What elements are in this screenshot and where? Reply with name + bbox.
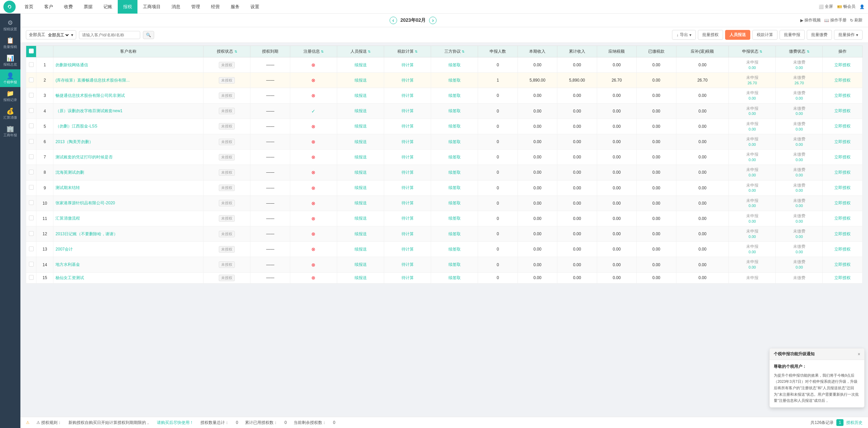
- prev-month-btn[interactable]: ‹: [390, 17, 397, 24]
- tax-calc-link[interactable]: 待计算: [402, 275, 414, 280]
- row-action[interactable]: 立即授权: [823, 57, 863, 73]
- third-party-link[interactable]: 续签取: [448, 124, 461, 129]
- row-third-party[interactable]: 续签取: [431, 57, 478, 73]
- tax-calc-link[interactable]: 待计算: [402, 185, 414, 190]
- sidebar-item-tax-records[interactable]: 📁 报税记录: [0, 87, 20, 105]
- th-auth-to[interactable]: 授权到期: [250, 46, 290, 57]
- row-client-name[interactable]: 2013（陶美芳勿删）: [53, 134, 203, 149]
- row-action[interactable]: 立即授权: [823, 257, 863, 272]
- sidebar-item-tax-overview[interactable]: 📊 报税总览: [0, 52, 20, 69]
- tax-calc-link[interactable]: 待计算: [402, 262, 414, 267]
- th-fee-status[interactable]: 缴费状态 ⇅: [776, 46, 823, 57]
- row-client-name[interactable]: 地方水利基金: [53, 257, 203, 272]
- row-client-name[interactable]: 测试期末结转: [53, 180, 203, 195]
- personnel-report-link[interactable]: 续报送: [355, 63, 367, 67]
- row-tax-calc[interactable]: 待计算: [384, 73, 431, 88]
- row-personnel-report[interactable]: 续报送: [337, 226, 384, 242]
- immediate-auth-btn[interactable]: 立即授权: [834, 247, 851, 252]
- row-checkbox[interactable]: [29, 275, 34, 280]
- immediate-auth-btn[interactable]: 立即授权: [834, 124, 851, 129]
- batch-auth-button[interactable]: 批量授权: [698, 30, 723, 40]
- batch-ops-button[interactable]: 批量操作 ▾: [834, 30, 863, 40]
- row-client-name[interactable]: 汇算清缴流程: [53, 211, 203, 226]
- row-checkbox[interactable]: [29, 78, 34, 82]
- immediate-auth-btn[interactable]: 立即授权: [834, 63, 851, 67]
- row-third-party[interactable]: 续签取: [431, 226, 478, 242]
- export-button[interactable]: ↓ 导出 ▾: [672, 30, 696, 40]
- nav-invoice[interactable]: 票据: [78, 0, 98, 14]
- row-personnel-report[interactable]: 续报送: [337, 103, 384, 119]
- row-checkbox-cell[interactable]: [26, 73, 36, 88]
- personnel-report-link[interactable]: 续报送: [355, 93, 367, 98]
- personnel-report-link[interactable]: 续报送: [355, 262, 367, 267]
- third-party-link[interactable]: 续签取: [448, 139, 461, 144]
- sidebar-item-batch-tax[interactable]: 📋 批量报税: [0, 34, 20, 52]
- row-checkbox[interactable]: [29, 62, 34, 67]
- row-action[interactable]: 立即授权: [823, 150, 863, 165]
- search-button[interactable]: 🔍: [143, 31, 154, 39]
- row-checkbox[interactable]: [29, 216, 34, 220]
- row-action[interactable]: 立即授权: [823, 272, 863, 283]
- tax-calc-link[interactable]: 待计算: [402, 170, 414, 175]
- nav-manage[interactable]: 管理: [186, 0, 206, 14]
- row-action[interactable]: 立即授权: [823, 195, 863, 211]
- page-btn-1[interactable]: 1: [836, 419, 844, 426]
- row-third-party[interactable]: 续签取: [431, 103, 478, 119]
- th-auth-status[interactable]: 授权状态 ⇅: [203, 46, 250, 57]
- row-client-name[interactable]: 杨仙女工资测试: [53, 272, 203, 283]
- row-action[interactable]: 立即授权: [823, 226, 863, 242]
- row-third-party[interactable]: 续签取: [431, 73, 478, 88]
- immediate-auth-btn[interactable]: 立即授权: [834, 139, 851, 144]
- auth-history-link[interactable]: 授权历史: [846, 420, 863, 426]
- row-personnel-report[interactable]: 续报送: [337, 57, 384, 73]
- row-client-name[interactable]: 张家港厚源针织品有限公司-2020: [53, 195, 203, 211]
- sidebar-item-personal-tax[interactable]: 👤 个税申报: [0, 69, 20, 87]
- row-personnel-report[interactable]: 续报送: [337, 211, 384, 226]
- row-third-party[interactable]: 续签取: [431, 211, 478, 226]
- third-party-link[interactable]: 续签取: [448, 185, 461, 190]
- row-third-party[interactable]: 续签取: [431, 180, 478, 195]
- member-btn[interactable]: 🎫 畅会员: [837, 4, 855, 10]
- row-tax-calc[interactable]: 待计算: [384, 134, 431, 149]
- tax-calc-link[interactable]: 待计算: [402, 63, 414, 67]
- third-party-link[interactable]: 续签取: [448, 262, 461, 267]
- immediate-auth-btn[interactable]: 立即授权: [834, 262, 851, 267]
- row-personnel-report[interactable]: 续报送: [337, 134, 384, 149]
- row-tax-calc[interactable]: 待计算: [384, 195, 431, 211]
- third-party-link[interactable]: 续签取: [448, 247, 461, 252]
- row-checkbox[interactable]: [29, 185, 34, 190]
- row-checkbox-cell[interactable]: [26, 195, 36, 211]
- row-tax-calc[interactable]: 待计算: [384, 150, 431, 165]
- tax-calc-link[interactable]: 待计算: [402, 108, 414, 113]
- row-client-name[interactable]: 2013日记账（不要删除哈，谢谢）: [53, 226, 203, 242]
- sidebar-item-annual-report[interactable]: 🏢 工商年报: [0, 122, 20, 140]
- row-checkbox[interactable]: [29, 139, 34, 144]
- row-client-name[interactable]: (库存核算）直播畅通信息技术股份有限...: [53, 73, 203, 88]
- row-checkbox-cell[interactable]: [26, 134, 36, 149]
- next-month-btn[interactable]: ›: [429, 17, 437, 24]
- row-client-name[interactable]: 沈海英测试勿删: [53, 165, 203, 180]
- row-personnel-report[interactable]: 续报送: [337, 73, 384, 88]
- row-third-party[interactable]: 续签取: [431, 195, 478, 211]
- th-report-status[interactable]: 申报状态 ⇅: [729, 46, 776, 57]
- refresh-btn[interactable]: ↻ 刷新: [850, 17, 863, 23]
- row-tax-calc[interactable]: 待计算: [384, 103, 431, 119]
- row-personnel-report[interactable]: 续报送: [337, 150, 384, 165]
- nav-message[interactable]: 消息: [166, 0, 186, 14]
- row-checkbox[interactable]: [29, 154, 34, 159]
- sidebar-item-tax-settings[interactable]: ⚙ 报税设置: [0, 16, 20, 34]
- third-party-link[interactable]: 续签取: [448, 78, 461, 83]
- tax-calc-link[interactable]: 待计算: [402, 124, 414, 129]
- immediate-auth-btn[interactable]: 立即授权: [834, 155, 851, 159]
- fullscreen-btn[interactable]: ⬜ 全屏: [819, 4, 833, 10]
- row-checkbox[interactable]: [29, 231, 34, 236]
- row-action[interactable]: 立即授权: [823, 88, 863, 103]
- row-personnel-report[interactable]: 续报送: [337, 242, 384, 257]
- row-third-party[interactable]: 续签取: [431, 119, 478, 134]
- third-party-link[interactable]: 续签取: [448, 93, 461, 98]
- row-third-party[interactable]: 续签取: [431, 165, 478, 180]
- row-action[interactable]: 立即授权: [823, 242, 863, 257]
- row-action[interactable]: 立即授权: [823, 103, 863, 119]
- row-action[interactable]: 立即授权: [823, 211, 863, 226]
- row-checkbox-cell[interactable]: [26, 119, 36, 134]
